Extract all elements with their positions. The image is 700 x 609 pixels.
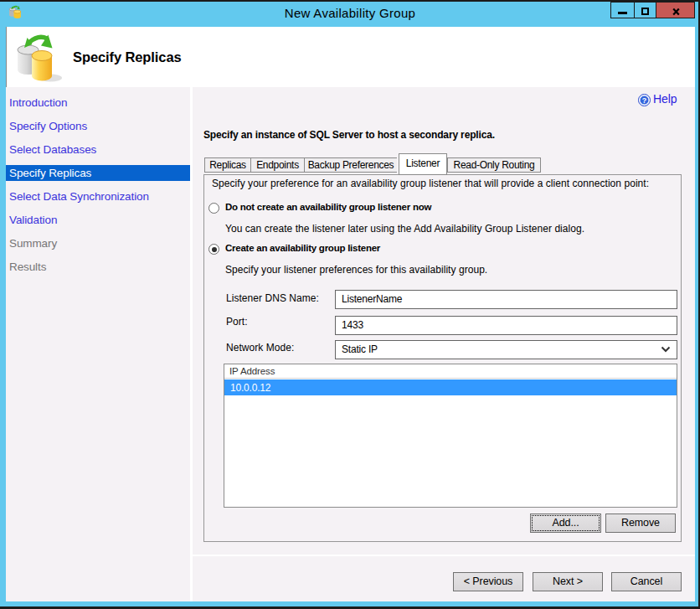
svg-text:?: ?: [642, 96, 647, 105]
